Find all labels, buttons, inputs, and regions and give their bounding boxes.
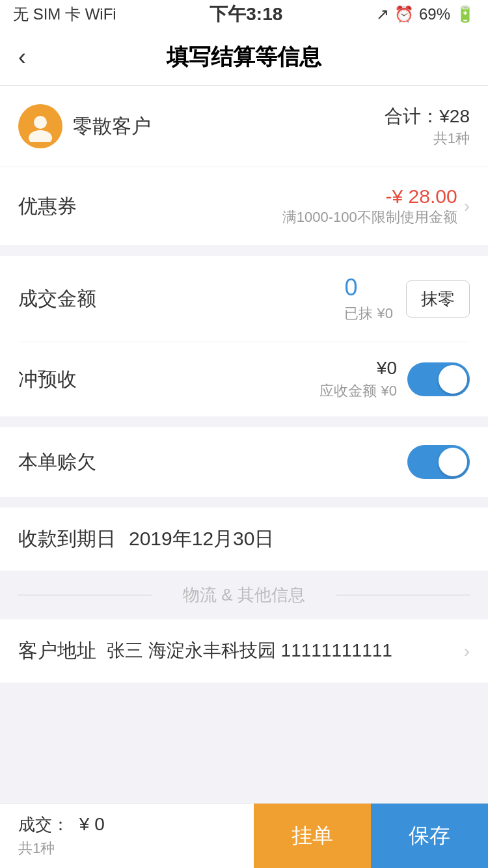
prepay-label: 冲预收	[18, 366, 77, 393]
alarm-icon: ⏰	[394, 5, 414, 23]
prepay-right: ¥0 应收金额 ¥0	[319, 358, 470, 401]
svg-point-1	[29, 130, 52, 142]
address-section[interactable]: 客户地址 张三 海淀永丰科技园 11111111111 ›	[0, 619, 488, 683]
customer-name: 零散客户	[73, 113, 151, 140]
address-value: 张三 海淀永丰科技园 11111111111	[107, 638, 392, 663]
nav-bar: ‹ 填写结算等信息	[0, 29, 488, 86]
date-section: 收款到期日 2019年12月30日	[0, 508, 488, 571]
prepay-row: 冲预收 ¥0 应收金额 ¥0	[0, 342, 488, 416]
status-left: 无 SIM 卡 WiFi	[13, 4, 116, 25]
coupon-chevron-icon: ›	[464, 196, 470, 217]
battery-text: 69%	[419, 5, 450, 23]
prepay-amount-value: ¥0	[319, 358, 397, 379]
address-left: 客户地址 张三 海淀永丰科技园 11111111111	[18, 638, 392, 664]
bottom-bar: 成交： ¥ 0 共1种 挂单 保存	[0, 803, 488, 868]
coupon-row[interactable]: 优惠券 -¥ 28.00 满1000-100不限制使用金额 ›	[0, 167, 488, 245]
logistics-text: 物流 & 其他信息	[183, 584, 305, 606]
debt-toggle[interactable]	[407, 445, 470, 479]
logistics-divider: 物流 & 其他信息	[0, 571, 488, 619]
address-chevron-icon: ›	[464, 641, 470, 662]
status-time: 下午3:18	[210, 2, 282, 27]
prepay-amount-block: ¥0 应收金额 ¥0	[319, 358, 397, 401]
amount-value-block: 0 已抹 ¥0	[344, 274, 393, 323]
coupon-desc: 满1000-100不限制使用金额	[282, 208, 457, 227]
bottom-count: 共1种	[18, 839, 236, 858]
bottom-deal-row: 成交： ¥ 0	[18, 813, 236, 836]
gray-area	[0, 683, 488, 813]
customer-right: 合计：¥28 共1种	[385, 104, 470, 148]
page-title: 填写结算等信息	[167, 42, 321, 72]
toggle-knob	[439, 365, 467, 394]
customer-row: 零散客户 合计：¥28 共1种	[0, 86, 488, 167]
status-bar: 无 SIM 卡 WiFi 下午3:18 ↗ ⏰ 69% 🔋	[0, 0, 488, 29]
debt-label: 本单赊欠	[18, 449, 96, 476]
prepay-toggle[interactable]	[407, 362, 470, 396]
divider-line-right	[336, 595, 470, 595]
save-button[interactable]: 保存	[371, 804, 488, 869]
customer-count: 共1种	[385, 129, 470, 148]
coupon-right: -¥ 28.00 满1000-100不限制使用金额 ›	[282, 185, 470, 227]
rounded-sub: 已抹 ¥0	[344, 304, 393, 323]
customer-left: 零散客户	[18, 104, 151, 148]
customer-section: 零散客户 合计：¥28 共1种 优惠券 -¥ 28.00 满1000-100不限…	[0, 86, 488, 245]
due-date-label: 收款到期日	[18, 526, 116, 552]
battery-icon: 🔋	[455, 5, 475, 23]
prepay-receivable: 应收金额 ¥0	[319, 381, 397, 401]
main-content: 零散客户 合计：¥28 共1种 优惠券 -¥ 28.00 满1000-100不限…	[0, 86, 488, 868]
hold-order-button[interactable]: 挂单	[254, 804, 371, 869]
back-button[interactable]: ‹	[18, 44, 26, 71]
debt-toggle-knob	[439, 448, 467, 476]
coupon-info: -¥ 28.00 满1000-100不限制使用金额	[282, 185, 457, 227]
round-button[interactable]: 抹零	[406, 280, 470, 318]
due-date-value: 2019年12月30日	[129, 526, 274, 552]
debt-section: 本单赊欠	[0, 427, 488, 497]
bottom-deal-label: 成交：	[18, 815, 69, 834]
coupon-label: 优惠券	[18, 193, 77, 220]
deal-amount-label: 成交金额	[18, 286, 96, 312]
amount-section: 成交金额 0 已抹 ¥0 抹零 冲预收 ¥0 应收金额 ¥0	[0, 256, 488, 416]
coupon-discount: -¥ 28.00	[282, 185, 457, 208]
customer-total: 合计：¥28	[385, 104, 470, 129]
avatar	[18, 104, 62, 148]
deal-amount-row: 成交金额 0 已抹 ¥0 抹零	[0, 256, 488, 342]
bottom-info: 成交： ¥ 0 共1种	[0, 813, 254, 858]
svg-point-0	[34, 116, 47, 129]
deal-amount-right: 0 已抹 ¥0 抹零	[344, 274, 470, 323]
sim-status: 无 SIM 卡 WiFi	[13, 4, 116, 25]
status-right: ↗ ⏰ 69% 🔋	[376, 5, 475, 23]
location-icon: ↗	[376, 5, 389, 23]
address-label: 客户地址	[18, 638, 96, 664]
deal-amount-value: 0	[344, 274, 393, 301]
divider-line-left	[18, 595, 152, 595]
bottom-deal-amount: ¥ 0	[79, 814, 105, 834]
date-row: 收款到期日 2019年12月30日	[18, 526, 470, 552]
